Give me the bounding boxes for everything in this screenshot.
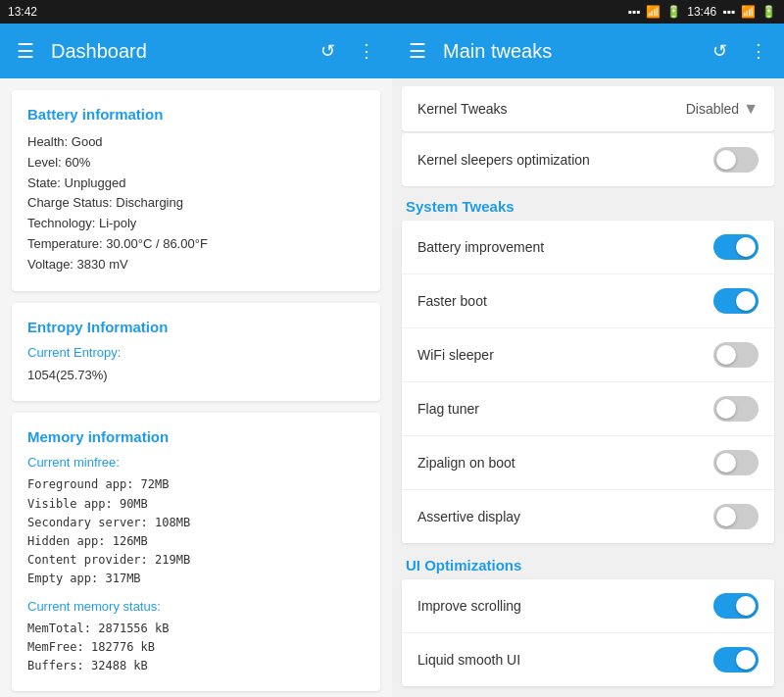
minfree-line: Empty app: 317MB — [27, 570, 365, 588]
toggle-thumb — [716, 507, 736, 526]
toggle-track — [713, 647, 759, 672]
left-menu-icon[interactable]: ☰ — [12, 37, 39, 65]
battery-line: Level: 60% — [27, 153, 365, 174]
kernel-tweaks-selected: Disabled — [686, 101, 739, 117]
system-tweak-row: Assertive display — [402, 490, 774, 543]
system-tweak-toggle-3[interactable] — [713, 396, 759, 422]
system-tweak-toggle-5[interactable] — [713, 504, 759, 529]
ui-opt-toggle-1[interactable] — [713, 647, 759, 672]
left-panel-title: Dashboard — [51, 40, 302, 63]
battery-line: Voltage: 3830 mV — [27, 255, 365, 275]
left-toolbar: ☰ Dashboard ↺ ⋮ — [0, 24, 392, 78]
signal-icon-right: ▪▪▪ — [722, 5, 735, 19]
dropdown-arrow-icon: ▼ — [743, 100, 759, 118]
system-tweak-row: Zipalign on boot — [402, 436, 774, 490]
system-tweak-label: Flag tuner — [417, 401, 479, 417]
entropy-card-title: Entropy Information — [27, 319, 365, 335]
ui-opt-label: Improve scrolling — [417, 598, 521, 614]
right-panel-content: Kernel Tweaks Disabled ▼ Kernel sleepers… — [392, 78, 784, 697]
toggle-track — [713, 288, 759, 314]
entropy-subtitle: Current Entropy: — [27, 345, 365, 360]
toggle-thumb — [736, 650, 756, 670]
battery-card-title: Battery information — [27, 106, 365, 123]
left-refresh-icon[interactable]: ↺ — [314, 37, 341, 65]
memory-status-line: Buffers: 32488 kB — [27, 657, 365, 675]
ui-opt-row: Liquid smooth UI — [402, 633, 774, 686]
memory-minfree-lines: Foreground app: 72MBVisible app: 90MBSec… — [27, 475, 365, 588]
system-tweak-row: WiFi sleeper — [402, 328, 774, 382]
system-tweak-toggle-2[interactable] — [713, 342, 759, 368]
entropy-value: 1054(25.73%) — [27, 366, 365, 386]
minfree-line: Secondary server: 108MB — [27, 514, 365, 532]
ui-optimizations-section: UI Optimizations — [402, 547, 774, 579]
left-panel: ☰ Dashboard ↺ ⋮ Battery information Heal… — [0, 24, 392, 697]
memory-card: Memory information Current minfree: Fore… — [12, 413, 380, 691]
left-more-icon[interactable]: ⋮ — [353, 37, 380, 65]
system-tweak-row: Faster boot — [402, 274, 774, 328]
memory-minfree-title: Current minfree: — [27, 455, 365, 470]
toggle-track — [713, 504, 759, 529]
toggle-track — [713, 450, 759, 475]
ui-opt-label: Liquid smooth UI — [417, 652, 520, 668]
system-tweak-toggle-4[interactable] — [713, 450, 759, 475]
toggle-track — [713, 396, 759, 422]
minfree-line: Content provider: 219MB — [27, 551, 365, 570]
toggle-track — [713, 234, 759, 260]
battery-line: Temperature: 30.00°C / 86.00°F — [27, 234, 365, 255]
memory-card-title: Memory information — [27, 428, 365, 445]
memory-status-line: MemTotal: 2871556 kB — [27, 620, 365, 638]
kernel-sleepers-track — [713, 147, 759, 173]
time-right: 13:46 — [687, 5, 716, 19]
kernel-sleepers-thumb — [716, 150, 736, 170]
toggle-thumb — [716, 453, 736, 473]
right-toolbar: ☰ Main tweaks ↺ ⋮ — [392, 24, 784, 78]
memory-status-title: Current memory status: — [27, 599, 365, 614]
system-tweaks-section: System Tweaks — [402, 188, 774, 221]
right-more-icon[interactable]: ⋮ — [745, 37, 772, 65]
kernel-tweaks-value[interactable]: Disabled ▼ — [686, 100, 759, 118]
system-tweak-row: Battery improvement — [402, 221, 774, 274]
system-tweak-row: Flag tuner — [402, 382, 774, 436]
toggle-thumb — [736, 237, 756, 257]
battery-line: Charge Status: Discharging — [27, 193, 365, 214]
system-tweak-toggle-0[interactable] — [713, 234, 759, 260]
wifi-icon-right: 📶 — [741, 5, 756, 19]
right-menu-icon[interactable]: ☰ — [404, 37, 431, 65]
minfree-line: Visible app: 90MB — [27, 495, 365, 514]
system-tweak-label: Battery improvement — [417, 239, 544, 255]
signal-icon: ▪▪▪ — [627, 5, 640, 19]
kernel-sleepers-toggle[interactable] — [713, 147, 759, 173]
kernel-tweaks-label: Kernel Tweaks — [417, 101, 508, 117]
left-panel-content: Battery information Health: GoodLevel: 6… — [0, 78, 392, 697]
battery-line: Technology: Li-poly — [27, 214, 365, 234]
kernel-sleepers-row: Kernel sleepers optimization — [402, 133, 774, 186]
toggle-thumb — [736, 291, 756, 311]
kernel-tweaks-row[interactable]: Kernel Tweaks Disabled ▼ — [402, 86, 774, 131]
battery-line: State: Unplugged — [27, 174, 365, 194]
minfree-line: Foreground app: 72MB — [27, 475, 365, 494]
toggle-track — [713, 593, 759, 619]
entropy-card: Entropy Information Current Entropy: 105… — [12, 303, 380, 402]
right-panel: ☰ Main tweaks ↺ ⋮ Kernel Tweaks Disabled… — [392, 24, 784, 697]
right-refresh-icon[interactable]: ↺ — [706, 37, 733, 65]
memory-status-line: MemFree: 182776 kB — [27, 638, 365, 657]
time-left: 13:42 — [8, 5, 37, 19]
toggle-track — [713, 342, 759, 368]
system-tweak-toggle-1[interactable] — [713, 288, 759, 314]
toggle-thumb — [736, 596, 756, 616]
battery-icon-right: 🔋 — [761, 5, 776, 19]
wifi-icon: 📶 — [646, 5, 661, 19]
kernel-sleepers-label: Kernel sleepers optimization — [417, 152, 590, 168]
system-tweak-label: WiFi sleeper — [417, 347, 494, 363]
ui-optimizations-group: Improve scrollingLiquid smooth UI — [402, 579, 774, 686]
memory-status-lines: MemTotal: 2871556 kBMemFree: 182776 kBBu… — [27, 620, 365, 676]
battery-icon: 🔋 — [666, 5, 681, 19]
system-tweak-label: Zipalign on boot — [417, 455, 515, 471]
system-tweak-label: Faster boot — [417, 293, 487, 309]
battery-line: Health: Good — [27, 132, 365, 153]
ui-opt-toggle-0[interactable] — [713, 593, 759, 619]
toggle-thumb — [716, 345, 736, 365]
toggle-thumb — [716, 399, 736, 419]
battery-info: Health: GoodLevel: 60%State: UnpluggedCh… — [27, 132, 365, 275]
system-tweaks-group: Battery improvementFaster bootWiFi sleep… — [402, 221, 774, 543]
